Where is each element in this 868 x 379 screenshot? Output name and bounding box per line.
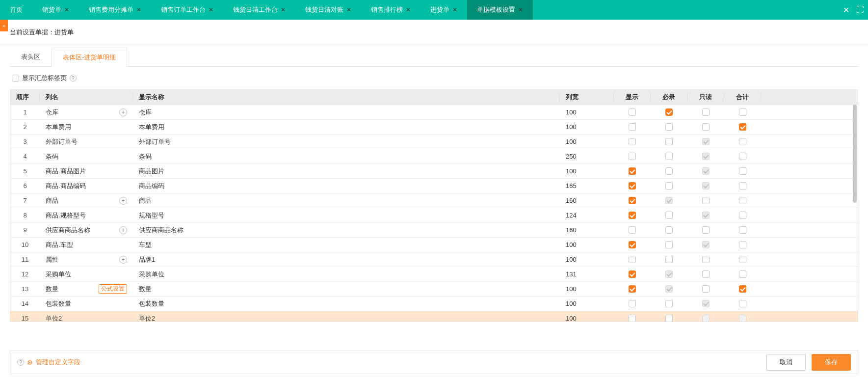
table-row[interactable]: 9供应商商品名称+供应商商品名称160 — [10, 222, 858, 237]
cell-display[interactable]: 车型 — [133, 241, 560, 249]
table-row[interactable]: 11属性+品牌1100 — [10, 252, 858, 267]
help-icon[interactable]: ? — [70, 75, 77, 81]
checkbox[interactable] — [739, 212, 746, 219]
table-row[interactable]: 12采购单位采购单位131 — [10, 267, 858, 281]
table-row[interactable]: 5商品.商品图片商品图片100 — [10, 163, 858, 178]
add-icon[interactable]: + — [119, 226, 127, 234]
checkbox[interactable] — [629, 197, 636, 204]
checkbox[interactable] — [629, 256, 636, 263]
checkbox[interactable] — [665, 315, 673, 322]
checkbox[interactable] — [665, 153, 673, 160]
table-row[interactable]: 4条码条码250 — [10, 149, 858, 163]
checkbox[interactable] — [629, 241, 636, 248]
cell-width[interactable]: 100 — [560, 285, 614, 293]
cell-width[interactable]: 100 — [560, 300, 614, 307]
checkbox[interactable] — [629, 226, 636, 234]
checkbox[interactable] — [629, 167, 636, 175]
table-row[interactable]: 7商品+商品160 — [10, 193, 858, 208]
checkbox[interactable] — [629, 182, 636, 190]
cell-display[interactable]: 商品编码 — [133, 182, 560, 190]
cell-display[interactable]: 商品 — [133, 196, 560, 205]
cell-display[interactable]: 单位2 — [133, 314, 560, 322]
top-tab[interactable]: 钱货日清对账✕ — [295, 0, 361, 20]
checkbox[interactable] — [702, 123, 710, 131]
checkbox[interactable] — [739, 123, 746, 131]
table-row[interactable]: 2本单费用本单费用100 — [10, 119, 858, 134]
checkbox[interactable] — [665, 226, 673, 234]
checkbox[interactable] — [739, 108, 746, 116]
show-summary-tab-checkbox[interactable] — [12, 75, 19, 82]
cell-width[interactable]: 100 — [560, 256, 614, 263]
checkbox[interactable] — [629, 138, 636, 145]
table-row[interactable]: 3外部订单号外部订单号100 — [10, 134, 858, 149]
cell-width[interactable]: 100 — [560, 241, 614, 248]
checkbox[interactable] — [629, 212, 636, 219]
checkbox[interactable] — [739, 167, 746, 175]
top-tab[interactable]: 销货单✕ — [32, 0, 79, 20]
fullscreen-icon[interactable]: ⛶ — [856, 5, 864, 14]
cell-display[interactable]: 品牌1 — [133, 255, 560, 264]
cell-display[interactable]: 规格型号 — [133, 211, 560, 220]
checkbox[interactable] — [629, 153, 636, 160]
table-row[interactable]: 6商品.商品编码商品编码165 — [10, 178, 858, 193]
top-tab[interactable]: 单据模板设置✕ — [467, 0, 533, 20]
table-row[interactable]: 10商品.车型车型100 — [10, 237, 858, 252]
cell-display[interactable]: 数量 — [133, 285, 560, 294]
checkbox[interactable] — [629, 300, 636, 307]
checkbox[interactable] — [665, 123, 673, 131]
tab-close-icon[interactable]: ✕ — [406, 6, 411, 13]
checkbox[interactable] — [629, 315, 636, 322]
top-tab[interactable]: 销售费用分摊单✕ — [79, 0, 151, 20]
add-icon[interactable]: + — [119, 197, 127, 205]
sub-tab[interactable]: 表体区-进货单明细 — [52, 48, 127, 67]
checkbox[interactable] — [629, 123, 636, 131]
sub-tab[interactable]: 表头区 — [10, 47, 52, 66]
checkbox[interactable] — [739, 197, 746, 204]
checkbox[interactable] — [739, 138, 746, 145]
cell-display[interactable]: 商品图片 — [133, 167, 560, 176]
checkbox[interactable] — [739, 256, 746, 263]
table-row[interactable]: 8商品.规格型号规格型号124 — [10, 208, 858, 222]
table-row[interactable]: 15单位2单位2100 — [10, 311, 858, 322]
tab-close-icon[interactable]: ✕ — [346, 6, 351, 13]
cell-width[interactable]: 100 — [560, 138, 614, 145]
cell-width[interactable]: 160 — [560, 197, 614, 204]
top-tab[interactable]: 钱货日清工作台✕ — [223, 0, 295, 20]
top-tab[interactable]: 销售订单工作台✕ — [151, 0, 223, 20]
cell-width[interactable]: 165 — [560, 182, 614, 190]
tab-close-icon[interactable]: ✕ — [209, 6, 213, 13]
checkbox[interactable] — [702, 197, 710, 204]
checkbox[interactable] — [739, 226, 746, 234]
cell-display[interactable]: 采购单位 — [133, 270, 560, 279]
cell-width[interactable]: 250 — [560, 153, 614, 160]
checkbox[interactable] — [702, 271, 710, 278]
cell-display[interactable]: 外部订单号 — [133, 137, 560, 146]
table-row[interactable]: 1仓库+仓库100 — [10, 105, 858, 119]
close-all-tabs-icon[interactable]: ✕ — [843, 5, 849, 15]
cell-width[interactable]: 100 — [560, 167, 614, 175]
add-icon[interactable]: + — [119, 108, 127, 116]
checkbox[interactable] — [665, 108, 673, 116]
cell-display[interactable]: 包装数量 — [133, 299, 560, 308]
checkbox[interactable] — [665, 167, 673, 175]
top-tab[interactable]: 进货单✕ — [421, 0, 467, 20]
tab-close-icon[interactable]: ✕ — [452, 6, 457, 13]
checkbox[interactable] — [629, 108, 636, 116]
tab-close-icon[interactable]: ✕ — [518, 6, 523, 13]
checkbox[interactable] — [665, 182, 673, 190]
top-tab[interactable]: 销售排行榜✕ — [361, 0, 421, 20]
checkbox[interactable] — [665, 212, 673, 219]
table-row[interactable]: 14包装数量包装数量100 — [10, 296, 858, 311]
cell-width[interactable]: 131 — [560, 271, 614, 278]
checkbox[interactable] — [702, 256, 710, 263]
add-icon[interactable]: + — [119, 256, 127, 264]
tab-close-icon[interactable]: ✕ — [136, 6, 141, 13]
checkbox[interactable] — [629, 285, 636, 293]
cell-width[interactable]: 124 — [560, 212, 614, 219]
cell-display[interactable]: 仓库 — [133, 108, 560, 117]
top-tab[interactable]: 首页 — [0, 0, 32, 20]
cell-display[interactable]: 本单费用 — [133, 123, 560, 132]
formula-badge[interactable]: 公式设置 — [99, 284, 127, 294]
checkbox[interactable] — [739, 182, 746, 190]
cell-display[interactable]: 条码 — [133, 152, 560, 161]
